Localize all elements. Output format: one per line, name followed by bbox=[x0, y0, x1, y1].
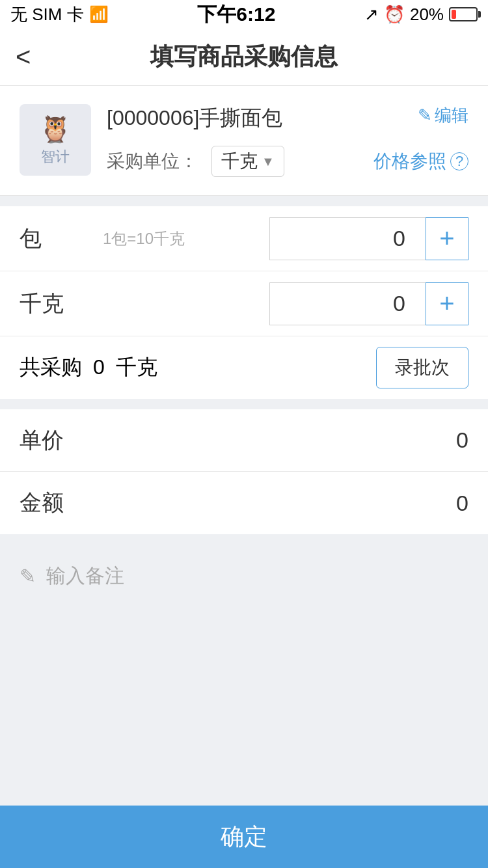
bag-label: 包 bbox=[20, 224, 98, 254]
remark-input[interactable]: ✎ 输入备注 bbox=[20, 563, 468, 590]
bag-plus-button[interactable]: + bbox=[426, 217, 468, 260]
section-divider-3 bbox=[0, 534, 488, 545]
product-name: [0000006]手撕面包 bbox=[107, 104, 282, 133]
battery-percent: 20% bbox=[410, 5, 444, 25]
kg-row: 千克 + bbox=[0, 271, 488, 336]
back-button[interactable]: < bbox=[16, 42, 31, 72]
pencil-remark-icon: ✎ bbox=[20, 565, 36, 588]
unit-price-value: 0 bbox=[456, 427, 468, 453]
remark-placeholder: 输入备注 bbox=[46, 563, 124, 590]
remark-section[interactable]: ✎ 输入备注 bbox=[0, 545, 488, 610]
alarm-icon: ⏰ bbox=[384, 5, 405, 25]
kg-label: 千克 bbox=[20, 289, 98, 319]
help-icon: ? bbox=[450, 152, 468, 170]
product-info-row2: 采购单位： 千克 ▼ 价格参照 ? bbox=[107, 146, 468, 177]
confirm-button[interactable]: 确定 bbox=[0, 806, 488, 868]
unit-area: 采购单位： 千克 ▼ bbox=[107, 146, 284, 177]
amount-row: 金额 0 bbox=[0, 472, 488, 534]
price-ref-button[interactable]: 价格参照 ? bbox=[373, 149, 468, 174]
amount-value: 0 bbox=[456, 491, 468, 516]
amount-label: 金额 bbox=[20, 488, 64, 518]
product-info: [0000006]手撕面包 ✎ 编辑 采购单位： 千克 ▼ 价格参照 ? bbox=[107, 104, 468, 177]
product-thumb-icon: 🦉 bbox=[39, 114, 72, 144]
unit-value: 千克 bbox=[221, 149, 258, 174]
status-right: ↗ ⏰ 20% bbox=[364, 5, 478, 25]
batch-button[interactable]: 录批次 bbox=[376, 347, 468, 388]
kg-plus-icon: + bbox=[439, 289, 454, 318]
unit-price-row: 单价 0 bbox=[0, 409, 488, 472]
summary-text: 共采购 0 千克 bbox=[20, 353, 157, 382]
product-thumb-text: 智计 bbox=[41, 147, 70, 167]
unit-label: 采购单位： bbox=[107, 151, 198, 171]
nav-bar: < 填写商品采购信息 bbox=[0, 29, 488, 86]
input-section: 包 1包=10千克 + 千克 + bbox=[0, 206, 488, 336]
bag-row: 包 1包=10千克 + bbox=[0, 206, 488, 271]
summary-amount: 0 bbox=[93, 355, 105, 379]
status-time: 下午6:12 bbox=[197, 1, 275, 28]
section-divider-2 bbox=[0, 399, 488, 409]
product-info-row1: [0000006]手撕面包 ✎ 编辑 bbox=[107, 104, 468, 133]
kg-input-group: + bbox=[269, 282, 468, 325]
chevron-down-icon: ▼ bbox=[262, 154, 275, 169]
edit-button[interactable]: ✎ 编辑 bbox=[418, 104, 468, 127]
summary-prefix: 共采购 bbox=[20, 355, 82, 379]
page-content: 🦉 智计 [0000006]手撕面包 ✎ 编辑 采购单位： 千克 ▼ bbox=[0, 86, 488, 867]
wifi-icon: 📶 bbox=[89, 5, 109, 23]
bag-plus-icon: + bbox=[439, 224, 454, 253]
price-section: 单价 0 金额 0 bbox=[0, 409, 488, 534]
product-thumbnail: 🦉 智计 bbox=[20, 104, 91, 176]
sim-text: 无 SIM 卡 bbox=[10, 3, 84, 26]
bag-input-group: + bbox=[269, 217, 468, 260]
unit-select[interactable]: 千克 ▼ bbox=[211, 146, 284, 177]
summary-row: 共采购 0 千克 录批次 bbox=[0, 336, 488, 399]
status-bar: 无 SIM 卡 📶 下午6:12 ↗ ⏰ 20% bbox=[0, 0, 488, 29]
page-title: 填写商品采购信息 bbox=[150, 41, 338, 73]
summary-suffix: 千克 bbox=[116, 355, 157, 379]
kg-quantity-input[interactable] bbox=[269, 282, 426, 325]
status-left: 无 SIM 卡 📶 bbox=[10, 3, 109, 26]
battery-fill bbox=[452, 10, 456, 19]
edit-icon: ✎ bbox=[418, 105, 432, 126]
section-divider-1 bbox=[0, 196, 488, 206]
bag-sub: 1包=10千克 bbox=[103, 228, 269, 249]
footer: 确定 bbox=[0, 806, 488, 868]
battery-icon bbox=[449, 7, 478, 21]
price-ref-label: 价格参照 bbox=[373, 149, 446, 174]
product-card: 🦉 智计 [0000006]手撕面包 ✎ 编辑 采购单位： 千克 ▼ bbox=[0, 86, 488, 196]
kg-plus-button[interactable]: + bbox=[426, 282, 468, 325]
empty-area bbox=[0, 610, 488, 805]
unit-price-label: 单价 bbox=[20, 426, 64, 455]
location-icon: ↗ bbox=[364, 5, 379, 25]
bag-quantity-input[interactable] bbox=[269, 217, 426, 260]
